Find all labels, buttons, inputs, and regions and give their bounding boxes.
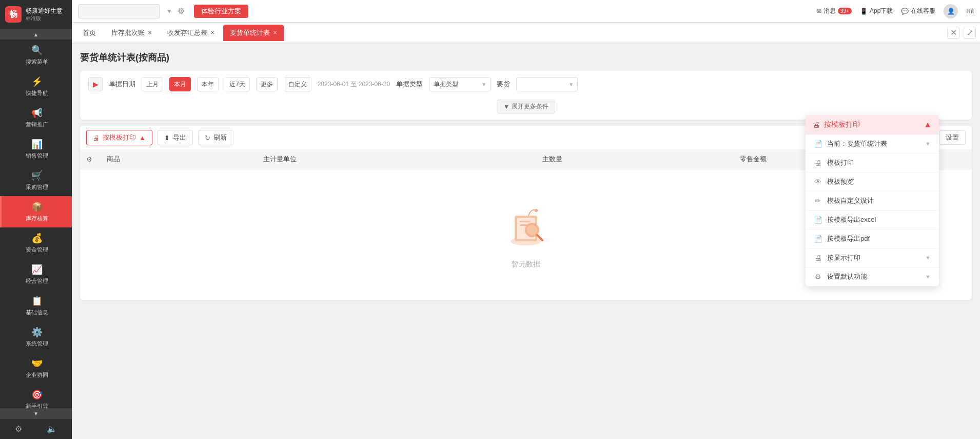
current-template-icon: 📄 [814,140,822,148]
dropdown-template-custom[interactable]: ✏ 模板自定义设计 [806,192,939,211]
messages-btn[interactable]: ✉ 消息 99+ [816,7,852,15]
date-label: 单据日期 [109,80,135,89]
dropdown-template-preview[interactable]: 👁 模板预览 [806,173,939,192]
col-goods-header: 商品 [101,149,257,169]
expand-down-icon: ▼ [503,103,509,110]
empty-text: 暂无数据 [512,260,540,269]
gear-icon[interactable]: ⚙ [86,156,92,163]
order-type-select[interactable] [516,77,578,91]
sidebar-item-sales[interactable]: 📊 销售管理 [0,133,72,165]
col-quantity-header: 主数量 [536,149,734,169]
date-btn-last-month[interactable]: 上月 [142,77,163,91]
print-dropdown-close-btn[interactable]: ▲ [924,120,932,129]
dropdown-display-print[interactable]: 🖨 按显示打印 ▼ [806,249,939,268]
print-dropdown: 🖨 按模板打印 ▲ 📄 当前：要货单统计表 ▼ 🖨 模板打印 👁 模板预览 ✏ [806,115,939,287]
finance-icon: 💰 [31,233,43,244]
messages-badge: 99+ [838,8,852,14]
inventory-icon: 📦 [31,201,43,213]
date-btn-this-month[interactable]: 本月 [169,77,191,91]
app-download-btn[interactable]: 📱 App下载 [860,7,893,15]
settings-bottom-icon[interactable]: ⚙ [15,424,22,434]
topbar-gear-icon[interactable]: ⚙ [178,6,185,16]
template-print-icon: 🖨 [814,159,822,167]
main-area: ▼ ⚙ 体验行业方案 ✉ 消息 99+ 📱 App下载 💬 在线客服 👤 Rit… [72,0,980,439]
expand-more-btn[interactable]: ▼ 展开更多条件 [497,100,555,113]
tabsbar: 首页 库存批次账 ✕ 收发存汇总表 ✕ 要货单统计表 ✕ ✕ ⤢ [72,23,980,43]
base-info-icon: 📋 [31,295,43,307]
tab-order-summary[interactable]: 要货单统计表 ✕ [223,25,284,41]
topbar-search-input[interactable] [78,4,160,18]
template-custom-icon: ✏ [814,197,822,205]
online-service-btn[interactable]: 💬 在线客服 [901,7,935,15]
topbar-right: ✉ 消息 99+ 📱 App下载 💬 在线客服 👤 Rit [816,4,974,18]
settings-btn[interactable]: 设置 [939,130,966,145]
col-settings-header: ⚙ [80,149,101,169]
sound-icon[interactable]: 🔈 [47,424,57,434]
sidebar-nav: 🔍 搜索菜单 ⚡ 快捷导航 📢 营销推广 📊 销售管理 🛒 采购管理 📦 库存核… [0,40,72,408]
filter-card: ▶ 单据日期 上月 本月 本年 近7天 更多 自定义 2023-06-01 至 … [80,71,972,120]
export-btn[interactable]: ⬆ 导出 [158,130,193,145]
sidebar-item-enterprise[interactable]: 🤝 企业协同 [0,353,72,384]
date-btn-custom[interactable]: 自定义 [284,77,311,91]
sidebar-item-finance[interactable]: 💰 资金管理 [0,227,72,259]
tab-receipt-summary[interactable]: 收发存汇总表 ✕ [161,25,221,41]
sidebar-item-guide[interactable]: 🎯 新手引导 [0,384,72,408]
quick-nav-icon: ⚡ [31,76,43,87]
sidebar-logo: 畅 畅康通好生意 标准版 [0,0,72,29]
dropdown-template-print[interactable]: 🖨 模板打印 [806,154,939,173]
sidebar-scroll-up[interactable]: ▲ [0,29,72,40]
topbar-dropdown-icon[interactable]: ▼ [166,8,172,15]
date-btn-this-year[interactable]: 本年 [197,77,219,91]
sidebar: 畅 畅康通好生意 标准版 ▲ 🔍 搜索菜单 ⚡ 快捷导航 📢 营销推广 📊 销售… [0,0,72,439]
sidebar-item-marketing[interactable]: 📢 营销推广 [0,102,72,133]
sidebar-item-inventory[interactable]: 📦 库存核算 [0,196,72,227]
print-dropdown-header-icon: 🖨 [813,121,820,129]
type-label: 单据类型 [396,80,423,89]
refresh-btn[interactable]: ↻ 刷新 [198,130,233,145]
tab-close-all-btn[interactable]: ✕ [947,27,959,39]
order-type-select-wrap [516,77,578,91]
marketing-icon: 📢 [31,107,43,119]
date-btn-more[interactable]: 更多 [256,77,278,91]
tab-receipt-summary-close[interactable]: ✕ [210,30,214,35]
dropdown-template-export-pdf[interactable]: 📄 按模板导出pdf [806,230,939,249]
print-dropdown-current[interactable]: 📄 当前：要货单统计表 ▼ [806,135,939,154]
tab-batch-account[interactable]: 库存批次账 ✕ [105,25,159,41]
export-excel-icon: 📄 [814,216,822,224]
search-nav-icon: 🔍 [31,45,43,56]
chevron-right-icon: ▶ [93,80,99,88]
logo-text: 畅康通好生意 标准版 [26,7,63,23]
sidebar-item-search[interactable]: 🔍 搜索菜单 [0,40,72,71]
filter-expand-icon-btn[interactable]: ▶ [88,77,103,91]
sidebar-item-quick-nav[interactable]: ⚡ 快捷导航 [0,71,72,102]
dropdown-template-export-excel[interactable]: 📄 按模板导出excel [806,211,939,230]
svg-point-4 [527,225,537,235]
sidebar-item-operation[interactable]: 📈 经营管理 [0,259,72,290]
operation-icon: 📈 [31,264,43,275]
type-select[interactable]: 单据类型 [429,77,491,91]
empty-icon [500,200,552,252]
sidebar-item-base-info[interactable]: 📋 基础信息 [0,290,72,321]
print-btn[interactable]: 🖨 按模板打印 ▲ [86,130,152,145]
tab-home[interactable]: 首页 [76,25,103,41]
sidebar-scroll-down[interactable]: ▼ [0,408,72,418]
display-print-arrow: ▼ [925,255,931,261]
type-select-wrap: 单据类型 [429,77,491,91]
tab-batch-account-close[interactable]: ✕ [148,30,152,35]
purchase-icon: 🛒 [31,170,43,181]
refresh-icon: ↻ [205,134,210,142]
message-icon: ✉ [816,8,821,15]
trial-btn[interactable]: 体验行业方案 [194,5,248,18]
enterprise-icon: 🤝 [31,358,43,369]
default-func-arrow: ▼ [925,274,931,280]
sidebar-item-system[interactable]: ⚙️ 系统管理 [0,321,72,353]
dropdown-default-func[interactable]: ⚙ 设置默认功能 ▼ [806,268,939,287]
tab-order-summary-close[interactable]: ✕ [273,30,277,35]
sales-icon: 📊 [31,139,43,150]
date-btn-7days[interactable]: 近7天 [225,77,250,91]
avatar[interactable]: 👤 [944,4,958,18]
tab-expand-btn[interactable]: ⤢ [964,27,976,39]
sidebar-item-purchase[interactable]: 🛒 采购管理 [0,165,72,196]
current-template-arrow: ▼ [925,141,931,147]
online-service-icon: 💬 [901,8,909,15]
